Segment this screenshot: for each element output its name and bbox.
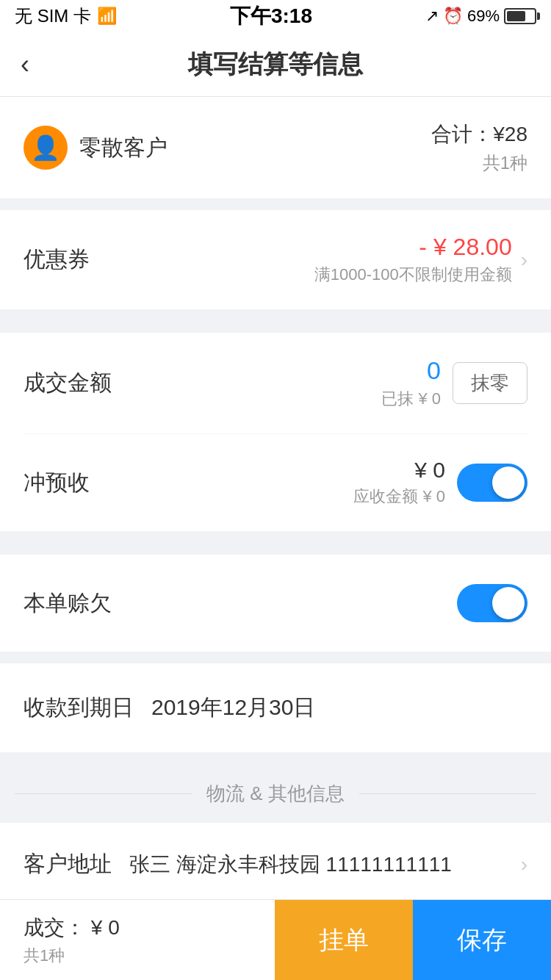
prepay-right: ¥ 0 应收金额 ¥ 0 [353, 458, 527, 508]
address-chevron-icon: › [521, 853, 527, 876]
back-button[interactable]: ‹ [21, 49, 29, 80]
coupon-content: - ¥ 28.00 满1000-100不限制使用金额 [314, 234, 512, 286]
status-right: ↗ ⏰ 69% [425, 7, 536, 26]
battery-fill [507, 11, 525, 21]
logistics-header: 物流 & 其他信息 [0, 764, 551, 823]
status-time: 下午3:18 [230, 2, 312, 30]
prepay-sub: 应收金额 ¥ 0 [353, 486, 445, 508]
bottom-transaction-label: 成交： [24, 916, 85, 939]
logistics-header-text: 物流 & 其他信息 [206, 781, 345, 807]
customer-row: 👤 零散客户 合计：¥28 共1种 [0, 97, 551, 198]
coupon-desc: 满1000-100不限制使用金额 [314, 264, 512, 286]
coupon-right: - ¥ 28.00 满1000-100不限制使用金额 › [314, 234, 527, 286]
due-date-section: 收款到期日 2019年12月30日 [0, 663, 551, 752]
toggle-knob [492, 466, 525, 499]
hold-button-label: 挂单 [319, 923, 369, 957]
debt-section: 本单赊欠 [0, 555, 551, 652]
location-icon: ↗ [425, 7, 439, 26]
save-button[interactable]: 保存 [413, 900, 551, 980]
prepay-value: ¥ 0 [353, 458, 445, 483]
transaction-amount-row: 成交金额 0 已抹 ¥ 0 抹零 [24, 333, 527, 434]
customer-name: 零散客户 [79, 133, 168, 163]
due-date-value: 2019年12月30日 [151, 693, 315, 723]
coupon-section[interactable]: 优惠券 - ¥ 28.00 满1000-100不限制使用金额 › [0, 210, 551, 309]
back-icon: ‹ [21, 49, 29, 79]
avatar: 👤 [24, 126, 68, 170]
main-content: 👤 零散客户 合计：¥28 共1种 优惠券 - ¥ 28.00 满1000-10… [0, 97, 551, 980]
transaction-right: 0 已抹 ¥ 0 抹零 [381, 356, 527, 410]
hold-button[interactable]: 挂单 [275, 900, 413, 980]
debt-row: 本单赊欠 [24, 555, 527, 652]
section-divider-2 [0, 543, 551, 555]
customer-left: 👤 零散客户 [24, 126, 168, 170]
transaction-value-wrapper: 0 已抹 ¥ 0 [381, 356, 441, 410]
transaction-section: 成交金额 0 已抹 ¥ 0 抹零 冲预收 ¥ 0 应收金额 ¥ 0 [0, 333, 551, 531]
logistics-line-left [15, 793, 192, 794]
section-divider-1 [0, 321, 551, 333]
customer-section: 👤 零散客户 合计：¥28 共1种 [0, 97, 551, 198]
carrier-label: 无 SIM 卡 [15, 4, 91, 28]
coupon-label: 优惠券 [24, 245, 90, 275]
transaction-label: 成交金额 [24, 368, 112, 398]
nav-bar: ‹ 填写结算等信息 [0, 32, 551, 97]
save-button-label: 保存 [457, 923, 507, 957]
customer-right: 合计：¥28 共1种 [431, 120, 527, 175]
prepay-label: 冲预收 [24, 468, 90, 498]
coupon-row[interactable]: 优惠券 - ¥ 28.00 满1000-100不限制使用金额 › [0, 210, 551, 309]
round-zero-button[interactable]: 抹零 [453, 362, 527, 404]
bottom-transaction-value: ¥ 0 [91, 916, 120, 939]
prepay-value-wrapper: ¥ 0 应收金额 ¥ 0 [353, 458, 445, 508]
alarm-icon: ⏰ [443, 7, 463, 26]
prepay-row: 冲预收 ¥ 0 应收金额 ¥ 0 [24, 434, 527, 531]
coupon-discount: - ¥ 28.00 [314, 234, 512, 261]
status-left: 无 SIM 卡 📶 [15, 4, 117, 28]
bottom-count: 共1种 [24, 945, 251, 967]
due-date-label: 收款到期日 [24, 693, 134, 723]
address-value: 张三 海淀永丰科技园 11111111111 [129, 851, 521, 879]
bottom-left: 成交： ¥ 0 共1种 [0, 914, 275, 967]
address-label: 客户地址 [24, 849, 112, 879]
address-row[interactable]: 客户地址 张三 海淀永丰科技园 11111111111 › [24, 823, 527, 906]
bottom-bar: 成交： ¥ 0 共1种 挂单 保存 [0, 899, 551, 980]
avatar-icon: 👤 [31, 134, 60, 162]
debt-toggle-knob [492, 587, 525, 619]
total-count: 共1种 [431, 151, 527, 175]
debt-label: 本单赊欠 [24, 588, 112, 619]
battery-icon [504, 8, 536, 24]
prepay-toggle[interactable] [457, 464, 527, 502]
debt-toggle[interactable] [457, 584, 527, 622]
address-section[interactable]: 客户地址 张三 海淀永丰科技园 11111111111 › [0, 823, 551, 906]
chevron-right-icon: › [521, 248, 527, 272]
status-bar: 无 SIM 卡 📶 下午3:18 ↗ ⏰ 69% [0, 0, 551, 32]
transaction-sub: 已抹 ¥ 0 [381, 388, 441, 410]
due-date-row: 收款到期日 2019年12月30日 [24, 663, 527, 752]
wifi-icon: 📶 [97, 7, 117, 26]
battery-percent: 69% [467, 7, 500, 26]
bottom-transaction-line: 成交： ¥ 0 [24, 914, 251, 942]
transaction-value: 0 [381, 356, 441, 385]
logistics-line-right [359, 793, 536, 794]
bottom-buttons: 挂单 保存 [275, 900, 551, 980]
page-title: 填写结算等信息 [188, 48, 363, 82]
total-amount: 合计：¥28 [431, 120, 527, 148]
